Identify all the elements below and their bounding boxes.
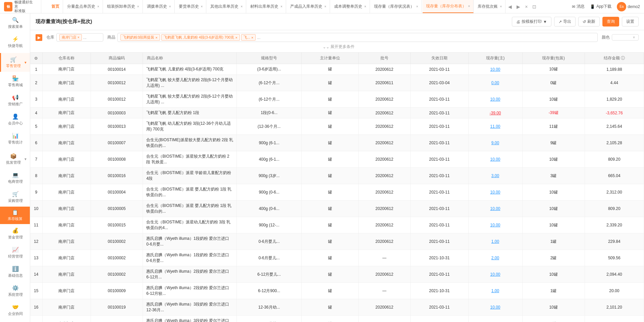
color-input[interactable]: ▼ xyxy=(612,34,639,41)
th-warehouse: 仓库名称 xyxy=(42,53,91,64)
product-tag-0-remove[interactable]: × xyxy=(155,36,157,40)
query-btn[interactable]: 查询 xyxy=(602,17,619,26)
product-tag-1-remove[interactable]: × xyxy=(235,36,237,40)
tab-5[interactable]: 其他出库单历史 × xyxy=(207,0,246,13)
th-settings[interactable]: ⚙ xyxy=(30,53,42,64)
sidebar-item-finance[interactable]: 💰 资金管理 xyxy=(0,224,30,243)
tab-home[interactable]: 首页 xyxy=(48,0,63,13)
logo-text: 畅捷通好生意 标准版 xyxy=(14,0,34,13)
table-row: 7南岸门店00100008合生元（BIOSTIME）派星较大婴儿配方奶粉 2段 … xyxy=(30,151,644,168)
tab-nav-more[interactable]: ⊡ xyxy=(530,4,538,9)
table-row: 2南岸门店00100012飞鹤星飞帆 较大婴儿配方奶粉 2段(6-12个月婴幼儿… xyxy=(30,75,644,91)
th-unit: 主计量单位 xyxy=(302,53,358,64)
sidebar-item-corp[interactable]: 🤝 企业协同 xyxy=(0,301,30,320)
table-body: 1南岸门店00100014飞鹤星飞帆 儿童奶粉 4段(3-6岁适用) 700克(… xyxy=(30,64,644,322)
avatar: Ea xyxy=(617,2,626,11)
product-input[interactable]: 飞鹤奶粉3段两提装 × 飞鹤星飞帆 儿童奶粉 4段(3-6岁适用) 700克 ×… xyxy=(117,33,598,42)
sidebar-item-ecommerce[interactable]: 💻 电商管理 xyxy=(0,168,30,187)
tab-2[interactable]: 组装拆卸单历史 × xyxy=(104,0,143,13)
export-btn[interactable]: ↗ 导出 xyxy=(554,17,576,26)
sidebar-item-inventory[interactable]: 📋 库存核算 xyxy=(0,207,30,224)
tab-8[interactable]: 成本调整单历史 × xyxy=(331,0,370,13)
user-avatar[interactable]: Ea demo2 xyxy=(617,2,640,11)
page-header: 现存量查询(按仓库+批次) 🖨 按模板打印 ▼ ↗ 导出 ↺ 刷新 查询 xyxy=(30,13,644,30)
tab-1[interactable]: 分量盘点单历史 × xyxy=(64,0,103,13)
color-label: 颜色 xyxy=(602,35,610,40)
filter-expand-arrow[interactable]: ▶ xyxy=(36,34,42,41)
main-layout: 🔍 搜索菜单 ⚡ 快捷导航 🛒 零售管理 ▼ 🏪 零售商城 📢 营销推广 👤 会… xyxy=(0,13,644,322)
close-icon[interactable]: × xyxy=(468,4,470,8)
expand-row: ⌄⌄ 展开更多条件 xyxy=(36,44,639,50)
tab-nav-close[interactable]: × xyxy=(523,4,530,9)
sidebar-item-guide[interactable]: 📖 新手引导 xyxy=(0,320,30,322)
tab-4[interactable]: 要货单历史 × xyxy=(175,0,207,13)
refresh-icon: ↺ xyxy=(583,19,586,24)
warehouse-filter: 仓库 南岸门店 × ... xyxy=(46,33,103,42)
sidebar-item-nav[interactable]: ⚡ 快捷导航 xyxy=(0,33,30,52)
sidebar-item-member[interactable]: 👤 会员中心 xyxy=(0,110,30,129)
tab-nav-next[interactable]: ▶ xyxy=(515,4,522,9)
wholesale-icon: 📦 xyxy=(10,153,17,159)
close-icon[interactable]: × xyxy=(416,5,418,8)
tab-10[interactable]: 现存量（库存分布表） × xyxy=(423,0,474,13)
tab-nav-prev[interactable]: ◀ xyxy=(506,4,514,9)
product-label: 商品 xyxy=(107,35,115,40)
sidebar-item-ops[interactable]: 📈 经营管理 xyxy=(0,243,30,262)
tab-7[interactable]: 产成品入库单历史 × xyxy=(287,0,330,13)
table-row: 3南岸门店00100012飞鹤星飞帆 较大婴儿配方奶粉 2段(6-12个月婴幼儿… xyxy=(30,91,644,108)
close-icon[interactable]: × xyxy=(169,5,171,8)
close-icon[interactable]: × xyxy=(137,5,139,8)
close-icon[interactable]: × xyxy=(324,5,326,8)
member-icon: 👤 xyxy=(12,113,19,120)
product-tag-2-remove[interactable]: × xyxy=(251,36,253,40)
expand-btn[interactable]: ⌄⌄ 展开更多条件 xyxy=(323,44,355,50)
table-row: 17南岸门店00100019惠氏启腆（Wyeth illuma）3段奶粉 爱尔兰… xyxy=(30,316,644,322)
finance-icon: 💰 xyxy=(12,227,19,234)
th-batch: 批号 xyxy=(358,53,411,64)
tab-6[interactable]: 材料出库单历史 × xyxy=(247,0,286,13)
close-icon[interactable]: × xyxy=(500,5,502,8)
warehouse-input[interactable]: 南岸门店 × ... xyxy=(56,33,103,42)
sidebar-item-system[interactable]: ⚙️ 系统管理 xyxy=(0,281,30,301)
data-table: ⚙ 仓库名称 商品编码 商品名称 规格型号 主计量单位 批号 失效日期 现存量(… xyxy=(30,53,644,322)
sidebar-item-mall[interactable]: 🏪 零售商城 xyxy=(0,72,30,91)
wholesale-arrow: ▼ xyxy=(24,157,27,161)
close-icon[interactable]: × xyxy=(364,5,366,8)
close-icon[interactable]: × xyxy=(240,5,243,8)
filter-area: ▶ 仓库 南岸门店 × ... 商品 xyxy=(30,30,644,53)
retail-icon: 🛒 xyxy=(10,56,17,63)
sidebar-item-wholesale[interactable]: 📦 批发管理 ▼ xyxy=(0,150,30,168)
table-container[interactable]: ⚙ 仓库名称 商品编码 商品名称 规格型号 主计量单位 批号 失效日期 现存量(… xyxy=(30,53,644,322)
close-icon[interactable]: × xyxy=(97,5,99,8)
th-code: 商品编码 xyxy=(91,53,143,64)
app-download-btn[interactable]: 📱 App下载 xyxy=(590,4,611,9)
product-tag-0: 飞鹤奶粉3段两提装 × xyxy=(120,34,160,41)
content-area: 现存量查询(按仓库+批次) 🖨 按模板打印 ▼ ↗ 导出 ↺ 刷新 查询 xyxy=(30,13,644,322)
app-icon: 📱 xyxy=(590,4,595,9)
table-header-row: ⚙ 仓库名称 商品编码 商品名称 规格型号 主计量单位 批号 失效日期 现存量(… xyxy=(30,53,644,64)
table-row: 14南岸门店00100002惠氏启腆（Wyeth illuma）2段奶粉 爱尔兰… xyxy=(30,266,644,283)
tab-3[interactable]: 调拨单历史 × xyxy=(144,0,175,13)
print-btn[interactable]: 🖨 按模板打印 ▼ xyxy=(512,17,551,26)
warehouse-ellipsis[interactable]: ... xyxy=(83,35,87,40)
sidebar-item-marketing[interactable]: 📢 营销推广 xyxy=(0,91,30,110)
settings-btn[interactable]: 设置 xyxy=(622,17,639,26)
close-icon[interactable]: × xyxy=(201,5,203,8)
warehouse-tag-remove[interactable]: × xyxy=(77,36,79,39)
tab-11[interactable]: 库存批次账 × xyxy=(474,0,505,13)
close-icon[interactable]: × xyxy=(280,5,282,8)
settings-icon: ⚙ xyxy=(34,56,38,61)
message-btn[interactable]: ✉ 消息 xyxy=(572,4,585,9)
sidebar-item-stats[interactable]: 📊 零售统计 xyxy=(0,129,30,148)
table-row: 16南岸门店00100019惠氏启腆（Wyeth illuma）3段奶粉 爱尔兰… xyxy=(30,299,644,316)
sidebar-item-search[interactable]: 🔍 搜索菜单 xyxy=(0,13,30,33)
sidebar-item-retail[interactable]: 🛒 零售管理 ▼ xyxy=(0,53,30,72)
table-row: 11南岸门店00100015合生元（BIOSTIME）派星幼儿配方奶粉 3段 乳… xyxy=(30,217,644,233)
tab-9[interactable]: 现存量（库存状况表） × xyxy=(371,0,422,13)
th-qty-main: 现存量(主) xyxy=(468,53,522,64)
retail-arrow: ▼ xyxy=(24,61,27,64)
refresh-btn[interactable]: ↺ 刷新 xyxy=(578,17,600,26)
sidebar-item-basic[interactable]: ℹ️ 基础信息 xyxy=(0,262,30,281)
product-ellipsis[interactable]: ... xyxy=(257,35,260,40)
sidebar-item-purchase[interactable]: 🛒 采购管理 xyxy=(0,187,30,207)
